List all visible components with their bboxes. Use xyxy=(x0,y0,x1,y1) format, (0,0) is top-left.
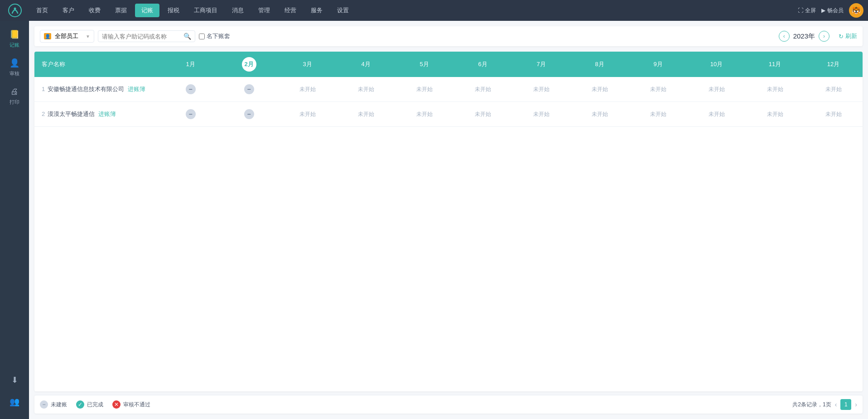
sidebar-bottom-item[interactable]: 👥 xyxy=(0,392,29,412)
legend-label: 已完成 xyxy=(87,401,103,409)
month-cell-6: 未开始 xyxy=(453,77,512,102)
col-month-11: 11月 xyxy=(746,52,804,77)
year-nav: ‹ 2023年 › xyxy=(779,31,829,42)
employee-icon: 👤 xyxy=(44,33,51,39)
prev-year-button[interactable]: ‹ xyxy=(779,31,790,42)
month-cell-2: − xyxy=(220,102,278,127)
my-accounts-checkbox[interactable] xyxy=(199,34,205,39)
table-row: 1安徽畅捷通信息技术有限公司进账簿−−未开始未开始未开始未开始未开始未开始未开始… xyxy=(34,77,863,102)
nav-item-客户[interactable]: 客户 xyxy=(56,4,81,17)
vip-button[interactable]: ▶ 畅会员 xyxy=(821,7,844,14)
row-index: 2 xyxy=(42,111,45,117)
nav-item-报税[interactable]: 报税 xyxy=(161,4,186,17)
col-month-9: 9月 xyxy=(629,52,687,77)
fullscreen-icon: ⛶ xyxy=(798,7,803,14)
refresh-label: 刷新 xyxy=(845,32,857,40)
nav-item-服务[interactable]: 服务 xyxy=(304,4,329,17)
page-1-button[interactable]: 1 xyxy=(840,399,851,410)
status-not-started: 未开始 xyxy=(299,111,316,117)
month-cell-3: 未开始 xyxy=(278,102,337,127)
nav-item-经营[interactable]: 经营 xyxy=(278,4,303,17)
status-not-started: 未开始 xyxy=(533,86,550,92)
col-month-5: 5月 xyxy=(395,52,453,77)
month-cell-12: 未开始 xyxy=(804,77,863,102)
filter-bar: 👤 全部员工 ▼ 🔍 名下账套 ‹ 2023年 › ↻ 刷新 xyxy=(34,26,863,46)
legend-label: 审核不通过 xyxy=(123,401,150,409)
status-not-started: 未开始 xyxy=(767,111,783,117)
status-not-built: − xyxy=(186,84,196,94)
legend-label: 未建账 xyxy=(51,401,67,409)
status-not-started: 未开始 xyxy=(825,111,842,117)
next-year-button[interactable]: › xyxy=(819,31,829,42)
main-table: 客户名称1月2月3月4月5月6月7月8月9月10月11月12月 1安徽畅捷通信息… xyxy=(34,52,863,127)
client-cell: 2漠漠太平畅捷通信进账簿 xyxy=(34,102,161,127)
status-not-started: 未开始 xyxy=(767,86,783,92)
sidebar-bottom-item[interactable]: ⬇ xyxy=(0,370,29,390)
nav-item-票据[interactable]: 票据 xyxy=(109,4,133,17)
sidebar-icon: 👤 xyxy=(9,58,20,68)
status-not-started: 未开始 xyxy=(592,111,608,117)
employee-select[interactable]: 👤 全部员工 ▼ xyxy=(40,30,94,43)
month-cell-9: 未开始 xyxy=(629,77,687,102)
status-not-started: 未开始 xyxy=(650,86,666,92)
month-cell-4: 未开始 xyxy=(337,77,395,102)
sidebar-bottom: ⬇👥 xyxy=(0,370,29,419)
row-index: 1 xyxy=(42,86,45,92)
legend-item-审核不通过: ✕审核不通过 xyxy=(112,400,150,409)
sidebar-item-记账[interactable]: 📒记账 xyxy=(0,24,29,53)
avatar[interactable]: 🐯 xyxy=(849,3,863,18)
status-not-started: 未开始 xyxy=(825,86,842,92)
nav-item-消息[interactable]: 消息 xyxy=(226,4,250,17)
status-not-started: 未开始 xyxy=(650,111,666,117)
status-not-started: 未开始 xyxy=(299,86,316,92)
sidebar-icon: 🖨 xyxy=(9,86,20,97)
col-month-3: 3月 xyxy=(278,52,337,77)
nav-item-记账[interactable]: 记账 xyxy=(135,4,159,17)
nav-item-管理[interactable]: 管理 xyxy=(252,4,276,17)
total-records-label: 共2条记录，1页 xyxy=(792,401,831,409)
col-client-name: 客户名称 xyxy=(34,52,161,77)
year-label: 2023年 xyxy=(793,32,815,41)
nav-item-首页[interactable]: 首页 xyxy=(30,4,54,17)
sidebar-icon: 👥 xyxy=(9,396,20,407)
refresh-button[interactable]: ↻ 刷新 xyxy=(839,32,857,40)
sidebar-label: 审核 xyxy=(10,70,19,77)
sidebar: 📒记账👤审核🖨打印⬇👥 xyxy=(0,21,29,419)
enter-ledger-link[interactable]: 进账簿 xyxy=(128,86,145,92)
search-input[interactable] xyxy=(102,33,183,40)
client-name: 漠漠太平畅捷通信 xyxy=(48,111,95,117)
refresh-icon: ↻ xyxy=(839,33,844,40)
month-cell-8: 未开始 xyxy=(570,102,629,127)
col-month-1: 1月 xyxy=(161,52,220,77)
nav-item-工商项目[interactable]: 工商项目 xyxy=(188,4,224,17)
legend-dot: − xyxy=(40,400,48,409)
nav-item-设置[interactable]: 设置 xyxy=(331,4,355,17)
employee-label: 全部员工 xyxy=(55,32,78,40)
sidebar-item-审核[interactable]: 👤审核 xyxy=(0,53,29,82)
month-cell-12: 未开始 xyxy=(804,102,863,127)
status-not-started: 未开始 xyxy=(709,111,725,117)
my-accounts-label: 名下账套 xyxy=(207,32,230,40)
legend-dot: ✓ xyxy=(76,400,84,409)
month-cell-1: − xyxy=(161,77,220,102)
prev-page-button[interactable]: ‹ xyxy=(835,401,837,408)
status-not-started: 未开始 xyxy=(475,111,491,117)
status-not-started: 未开始 xyxy=(358,111,374,117)
fullscreen-label: 全屏 xyxy=(805,7,816,14)
month-cell-6: 未开始 xyxy=(453,102,512,127)
search-icon[interactable]: 🔍 xyxy=(183,33,191,40)
status-not-started: 未开始 xyxy=(533,111,550,117)
status-not-built: − xyxy=(244,84,254,94)
month-cell-7: 未开始 xyxy=(512,102,570,127)
fullscreen-button[interactable]: ⛶ 全屏 xyxy=(798,7,816,14)
table-row: 2漠漠太平畅捷通信进账簿−−未开始未开始未开始未开始未开始未开始未开始未开始未开… xyxy=(34,102,863,127)
col-month-4: 4月 xyxy=(337,52,395,77)
status-not-started: 未开始 xyxy=(416,111,433,117)
status-not-started: 未开始 xyxy=(416,86,433,92)
sidebar-label: 打印 xyxy=(10,99,19,106)
enter-ledger-link[interactable]: 进账簿 xyxy=(98,111,116,117)
status-not-started: 未开始 xyxy=(475,86,491,92)
nav-item-收费[interactable]: 收费 xyxy=(82,4,107,17)
sidebar-item-打印[interactable]: 🖨打印 xyxy=(0,82,29,110)
next-page-button[interactable]: › xyxy=(855,401,857,408)
